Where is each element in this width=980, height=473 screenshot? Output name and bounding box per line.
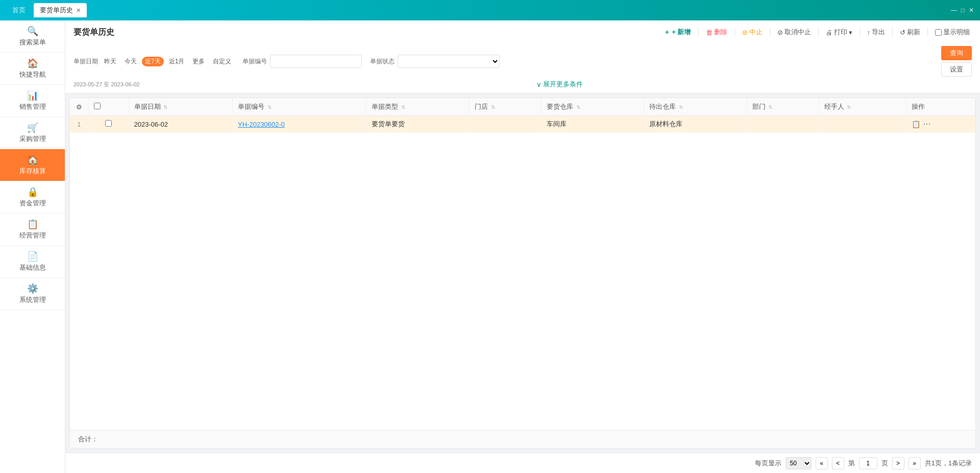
- delete-button[interactable]: 🗑 删除: [704, 27, 729, 38]
- sidebar-item-sales-mgmt[interactable]: 📊 销售管理: [0, 85, 65, 117]
- sort-store-icon[interactable]: ⇅: [491, 104, 495, 110]
- divider-2: [734, 28, 735, 36]
- close-window-icon[interactable]: ✕: [969, 7, 974, 14]
- print-icon: 🖨: [826, 29, 832, 36]
- purchase-mgmt-icon: 🛒: [27, 123, 38, 132]
- date-option-custom[interactable]: 自定义: [210, 57, 234, 66]
- filter-row-2: 2023-05-27 至 2023-06-02 ∨ 展开更多条件: [74, 80, 972, 89]
- add-icon: ＋: [664, 28, 670, 37]
- select-all-checkbox[interactable]: [94, 103, 101, 109]
- table-body: 1 2023-06-02 YH-20230602-0: [70, 116, 975, 133]
- sales-mgmt-icon: 📊: [27, 91, 38, 100]
- more-action-icon[interactable]: ⋯: [923, 120, 930, 128]
- sidebar-item-purchase-mgmt[interactable]: 🛒 采购管理: [0, 117, 65, 149]
- sort-department-icon[interactable]: ⇅: [768, 104, 772, 110]
- divider-4: [818, 28, 819, 36]
- row-doc-no-cell: YH-20230602-0: [233, 116, 366, 133]
- row-doc-date-cell: 2023-06-02: [129, 116, 233, 133]
- page-input-label: 第: [848, 459, 855, 468]
- page-size-select[interactable]: 20 50 100 200: [786, 457, 812, 469]
- doc-no-filter-group: 单据编号: [242, 55, 362, 68]
- row-doc-type-cell: 要货单要货: [366, 116, 469, 133]
- divider-3: [770, 28, 770, 36]
- refresh-icon: ↺: [900, 29, 905, 36]
- print-chevron-icon: ▾: [849, 29, 852, 36]
- divider-6: [892, 28, 893, 36]
- add-button[interactable]: ＋ + 新增: [662, 27, 693, 38]
- basic-info-icon: 📄: [27, 252, 38, 261]
- date-option-yesterday[interactable]: 昨天: [101, 57, 119, 66]
- refresh-button[interactable]: ↺ 刷新: [898, 27, 922, 38]
- expand-more-btn[interactable]: ∨ 展开更多条件: [536, 80, 583, 89]
- sort-doc-type-icon[interactable]: ⇅: [401, 104, 405, 110]
- display-detail-checkbox[interactable]: [935, 29, 942, 36]
- row-department-cell: [747, 116, 819, 133]
- inventory-calc-icon: 🏠: [27, 155, 38, 164]
- date-option-today[interactable]: 今天: [121, 57, 140, 66]
- date-filter-label: 单据日期: [74, 57, 98, 66]
- sidebar-item-purchase-mgmt-label: 采购管理: [19, 134, 46, 144]
- next-page-button[interactable]: >: [892, 457, 904, 469]
- last-page-button[interactable]: »: [909, 457, 921, 469]
- setting-button[interactable]: 设置: [941, 62, 972, 77]
- table-header: ⚙ 单据日期 ⇅ 单据编号 ⇅: [70, 98, 975, 116]
- date-option-7days[interactable]: 近7天: [142, 57, 164, 66]
- sort-pending-warehouse-icon[interactable]: ⇅: [679, 104, 683, 110]
- tab-requisition-history[interactable]: 要货单历史 ✕: [34, 3, 87, 17]
- system-mgmt-icon: ⚙️: [27, 284, 38, 293]
- sidebar-item-finance-mgmt[interactable]: 🔒 资金管理: [0, 181, 65, 214]
- prev-page-button[interactable]: <: [832, 457, 844, 469]
- sort-handler-icon[interactable]: ⇅: [847, 104, 851, 110]
- date-option-more[interactable]: 更多: [189, 57, 208, 66]
- col-doc-no: 单据编号 ⇅: [233, 98, 366, 116]
- tab-home[interactable]: 首页: [6, 3, 32, 17]
- page-number-input[interactable]: [859, 457, 877, 469]
- maximize-icon[interactable]: □: [961, 7, 965, 14]
- top-bar: 首页 要货单历史 ✕ — □ ✕: [0, 0, 980, 20]
- operation-icons: 📋 ⋯: [912, 120, 970, 128]
- doc-no-link[interactable]: YH-20230602-0: [238, 121, 285, 128]
- export-button[interactable]: ↑ 导出: [865, 27, 888, 38]
- sidebar-item-basic-info-label: 基础信息: [19, 263, 46, 272]
- query-button[interactable]: 查询: [941, 46, 972, 60]
- cancel-stop-button[interactable]: ⊘ 取消中止: [775, 27, 813, 38]
- sidebar-item-ops-mgmt-label: 经营管理: [19, 231, 46, 240]
- first-page-button[interactable]: «: [816, 457, 828, 469]
- page-size-label: 每页显示: [755, 459, 781, 468]
- minimize-icon[interactable]: —: [951, 7, 957, 14]
- row-checkbox-cell: [88, 116, 129, 133]
- view-detail-icon[interactable]: 📋: [912, 120, 920, 128]
- tab-close-icon[interactable]: ✕: [76, 7, 81, 14]
- stop-button[interactable]: ⊘ 中止: [740, 27, 765, 38]
- sidebar-item-ops-mgmt[interactable]: 📋 经营管理: [0, 214, 65, 246]
- table-footer: 合计：: [70, 430, 975, 448]
- status-select[interactable]: [398, 55, 500, 68]
- sidebar-item-inventory-calc[interactable]: 🏠 库存核算: [0, 149, 65, 181]
- display-detail-button[interactable]: 显示明细: [933, 27, 972, 38]
- table-row: 1 2023-06-02 YH-20230602-0: [70, 116, 975, 133]
- date-range-text: 2023-05-27 至 2023-06-02: [74, 81, 140, 88]
- sidebar-item-basic-info[interactable]: 📄 基础信息: [0, 246, 65, 278]
- date-option-1month[interactable]: 近1月: [166, 57, 188, 66]
- cancel-stop-icon: ⊘: [777, 29, 783, 36]
- col-settings: ⚙: [70, 98, 88, 116]
- sort-req-warehouse-icon[interactable]: ⇅: [576, 104, 580, 110]
- settings-icon[interactable]: ⚙: [76, 103, 82, 111]
- sidebar-item-quick-nav-label: 快捷导航: [19, 70, 46, 79]
- doc-no-input[interactable]: [270, 55, 362, 68]
- delete-icon: 🗑: [706, 29, 713, 36]
- divider-7: [927, 28, 928, 36]
- row-pending-warehouse-cell: 原材料仓库: [644, 116, 747, 133]
- row-operation-cell: 📋 ⋯: [906, 116, 975, 133]
- sort-doc-no-icon[interactable]: ⇅: [267, 104, 272, 110]
- sidebar-item-search-menu[interactable]: 🔍 搜索菜单: [0, 20, 65, 53]
- sidebar-item-quick-nav[interactable]: 🏠 快捷导航: [0, 53, 65, 85]
- divider-1: [698, 28, 699, 36]
- col-checkbox: [88, 98, 129, 116]
- row-num-cell: 1: [70, 116, 88, 133]
- col-department: 部门 ⇅: [747, 98, 819, 116]
- row-checkbox[interactable]: [105, 120, 112, 127]
- sidebar-item-system-mgmt[interactable]: ⚙️ 系统管理: [0, 278, 65, 310]
- sort-doc-date-icon[interactable]: ⇅: [163, 104, 167, 110]
- print-button[interactable]: 🖨 打印 ▾: [824, 27, 854, 38]
